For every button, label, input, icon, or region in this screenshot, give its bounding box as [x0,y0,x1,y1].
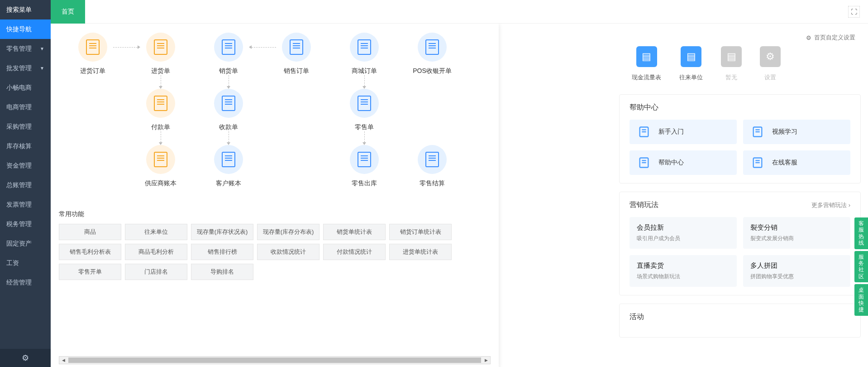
arrow-down-icon [159,131,162,145]
help-item-1[interactable]: 视频学习 [743,120,850,144]
flow-node-供应商账本[interactable]: 供应商账本 [127,145,195,188]
marketing-item-desc: 裂变式发展分销商 [750,235,843,242]
flow-node-零售出库[interactable]: 零售出库 [330,145,398,188]
shortcut-0[interactable]: ▤现金流量表 [632,46,661,82]
flow-node-收款单[interactable]: 收款单 [195,89,262,131]
sidebar-item-2[interactable]: 批发管理▼ [0,58,51,78]
shortcut-icon: ▤ [636,46,657,67]
sidebar-item-11[interactable]: 固定资产 [0,234,51,253]
marketing-item-title: 多人拼团 [750,261,843,270]
common-functions-title: 常用功能 [59,210,491,218]
sidebar-search[interactable]: 搜索菜单 [0,0,51,19]
marketing-item-0[interactable]: 会员拉新吸引用户成为会员 [630,217,737,249]
common-function-button[interactable]: 收款情况统计 [257,244,320,260]
flow-node-icon [78,33,107,62]
chevron-down-icon: ▼ [40,46,44,51]
sidebar-item-10[interactable]: 税务管理 [0,214,51,234]
flow-node-label: POS收银开单 [413,67,452,75]
sidebar-item-label: 零售管理 [6,45,32,53]
flow-node-icon [418,33,447,62]
common-function-button[interactable]: 现存量(库存分布表) [257,224,320,240]
help-item-label: 视频学习 [772,128,797,136]
common-function-button[interactable]: 零售开单 [59,264,121,280]
sidebar-item-1[interactable]: 零售管理▼ [0,39,51,58]
shortcut-icon: ▤ [721,46,742,67]
sidebar-item-label: 固定资产 [6,240,32,248]
arrow-down-icon [227,75,230,89]
sidebar-item-7[interactable]: 资金管理 [0,156,51,175]
flow-node-POS收银开单[interactable]: POS收银开单 [398,33,466,75]
gear-icon: ⚙ [22,353,29,363]
flow-node-icon [350,145,379,174]
float-tab-1[interactable]: 服务社区 [854,251,868,283]
main: 首页 ⛶ ⚙ 首页自定义设置 ▤现金流量表▤往来单位▤暂无⚙设置 帮助中心 [51,0,868,367]
marketing-item-1[interactable]: 裂变分销裂变式发展分销商 [743,217,850,249]
shortcut-icon: ▤ [681,46,701,67]
help-card: 帮助中心 新手入门视频学习帮助中心在线客服 [619,94,861,184]
sidebar: 搜索菜单 快捷导航零售管理▼批发管理▼小畅电商电商管理采购管理库存核算资金管理总… [0,0,51,367]
help-item-label: 新手入门 [658,128,684,136]
flow-node-付款单[interactable]: 付款单 [127,89,195,131]
marketing-item-2[interactable]: 直播卖货场景式购物新玩法 [630,255,737,287]
marketing-more-link[interactable]: 更多营销玩法 › [811,201,850,209]
common-function-button[interactable]: 现存量(库存状况表) [191,224,253,240]
sidebar-footer[interactable]: ⚙ [0,349,51,367]
flow-node-icon [214,33,243,62]
flow-node-客户账本[interactable]: 客户账本 [195,145,262,188]
shortcut-3[interactable]: ⚙设置 [760,46,781,82]
marketing-item-desc: 场景式购物新玩法 [637,273,730,280]
help-item-0[interactable]: 新手入门 [630,120,737,144]
marketing-item-3[interactable]: 多人拼团拼团购物享受优惠 [743,255,850,287]
flow-node-零售单[interactable]: 零售单 [330,89,398,131]
common-function-button[interactable]: 门店排名 [125,264,187,280]
flow-node-进货单[interactable]: 进货单 [127,33,195,75]
sidebar-item-8[interactable]: 总账管理 [0,175,51,195]
flow-node-进货订单[interactable]: 进货订单 [59,33,127,75]
shortcut-label: 往来单位 [679,73,703,82]
common-function-button[interactable]: 付款情况统计 [323,244,386,260]
sidebar-item-4[interactable]: 电商管理 [0,97,51,117]
help-item-3[interactable]: 在线客服 [743,150,850,175]
marketing-item-desc: 拼团购物享受优惠 [750,273,843,280]
flow-node-label: 销货单 [219,67,238,75]
scroll-right-icon[interactable]: ▶ [482,356,490,364]
help-item-2[interactable]: 帮助中心 [630,150,737,175]
common-function-button[interactable]: 进货单统计表 [389,244,452,260]
shortcut-1[interactable]: ▤往来单位 [679,46,703,82]
sidebar-item-label: 税务管理 [6,220,32,228]
flow-node-销货单[interactable]: 销货单 [195,33,262,75]
chevron-down-icon: ▼ [40,66,44,71]
common-function-button[interactable]: 商品 [59,224,121,240]
sidebar-item-0[interactable]: 快捷导航 [0,19,51,39]
fullscreen-button[interactable]: ⛶ [848,6,860,18]
float-tab-2[interactable]: 桌面快捷 [854,284,868,316]
scroll-left-icon[interactable]: ◀ [59,356,67,364]
common-function-button[interactable]: 销售排行榜 [191,244,253,260]
custom-settings-link[interactable]: ⚙ 首页自定义设置 [619,24,868,46]
gear-icon: ⚙ [806,34,811,41]
sidebar-item-13[interactable]: 经营管理 [0,273,51,292]
common-function-button[interactable]: 销货订单统计表 [389,224,452,240]
shortcut-2[interactable]: ▤暂无 [721,46,742,82]
common-function-button[interactable]: 销货单统计表 [323,224,386,240]
help-card-title: 帮助中心 [630,103,658,112]
flyout-scrollbar[interactable]: ◀ ▶ [59,356,491,364]
common-function-button[interactable]: 商品毛利分析 [125,244,187,260]
flow-node-零售结算[interactable]: 零售结算 [398,145,466,188]
tab-home[interactable]: 首页 [51,0,85,24]
common-function-button[interactable]: 往来单位 [125,224,187,240]
sidebar-item-5[interactable]: 采购管理 [0,117,51,136]
arrow-down-icon [227,131,230,145]
tabs-bar: 首页 ⛶ [51,0,868,24]
common-function-button[interactable]: 销售毛利分析表 [59,244,121,260]
sidebar-item-12[interactable]: 工资 [0,253,51,273]
flow-node-商城订单[interactable]: 商城订单 [330,33,398,75]
flow-node-销售订单[interactable]: 销售订单 [262,33,330,75]
help-icon [751,126,764,138]
sidebar-item-6[interactable]: 库存核算 [0,136,51,156]
float-tab-0[interactable]: 客服热线 [854,217,868,249]
sidebar-item-3[interactable]: 小畅电商 [0,78,51,97]
flow-node-label: 收款单 [219,123,238,131]
sidebar-item-9[interactable]: 发票管理 [0,195,51,214]
common-function-button[interactable]: 导购排名 [191,264,253,280]
